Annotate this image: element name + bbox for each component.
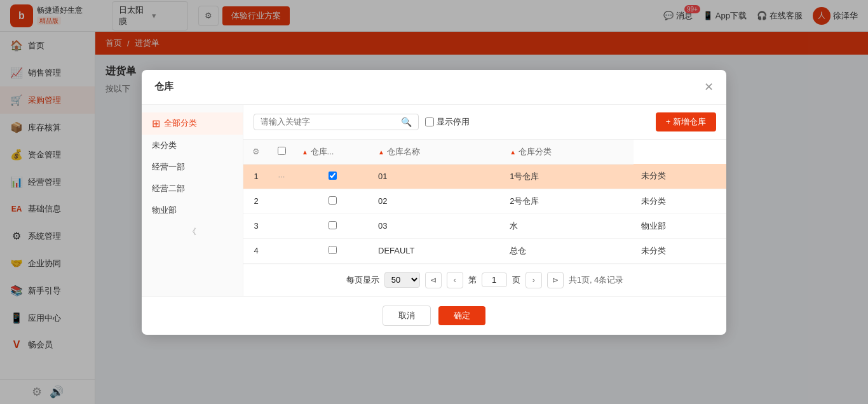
modal-title: 仓库 bbox=[154, 81, 173, 93]
page-input[interactable] bbox=[482, 273, 507, 287]
row-num bbox=[294, 238, 370, 263]
row-more[interactable] bbox=[269, 189, 294, 213]
table-row[interactable]: 2 02 2号仓库 未分类 bbox=[243, 189, 726, 213]
page-size-select[interactable]: 50 20 100 bbox=[384, 272, 420, 288]
modal-toolbar: 🔍 显示停用 + 新增仓库 bbox=[243, 105, 726, 140]
table-row[interactable]: 3 03 水 物业部 bbox=[243, 213, 726, 238]
row-more[interactable]: ··· bbox=[269, 164, 294, 189]
modal-sidebar-property[interactable]: 物业部 bbox=[142, 199, 243, 221]
row-code: 01 bbox=[370, 164, 502, 189]
select-all-checkbox[interactable] bbox=[278, 147, 286, 155]
modal-sidebar-uncategorized[interactable]: 未分类 bbox=[142, 135, 243, 156]
row-num bbox=[294, 189, 370, 213]
confirm-button[interactable]: 确定 bbox=[438, 306, 485, 325]
chevron-left-icon: 《 bbox=[188, 226, 196, 238]
row-category: 未分类 bbox=[634, 238, 726, 263]
col-category: ▲ 仓库分类 bbox=[502, 140, 634, 165]
row-code: DEFAULT bbox=[370, 238, 502, 263]
col-name: ▲ 仓库名称 bbox=[370, 140, 502, 165]
row-number: 3 bbox=[243, 213, 269, 238]
row-code: 03 bbox=[370, 213, 502, 238]
col-code: ▲ 仓库... bbox=[294, 140, 370, 165]
row-name: 水 bbox=[502, 213, 634, 238]
page-last-button[interactable]: ⊳ bbox=[547, 272, 564, 288]
row-name: 1号仓库 bbox=[502, 164, 634, 189]
modal-close-button[interactable]: ✕ bbox=[704, 80, 714, 94]
modal-sidebar-dept2[interactable]: 经营二部 bbox=[142, 178, 243, 199]
sort-icon-category: ▲ bbox=[510, 149, 516, 156]
table-row[interactable]: 4 DEFAULT 总仓 未分类 bbox=[243, 238, 726, 263]
row-name: 总仓 bbox=[502, 238, 634, 263]
modal-sidebar: ⊞ 全部分类 未分类 经营一部 经营二部 物业部 《 bbox=[142, 105, 243, 296]
modal-main: 🔍 显示停用 + 新增仓库 ⚙ bbox=[243, 105, 726, 296]
add-warehouse-button[interactable]: + 新增仓库 bbox=[656, 112, 716, 131]
table-header: ⚙ ▲ 仓库... ▲ 仓库名称 ▲ 仓库分类 bbox=[243, 140, 726, 165]
search-input-wrap: 🔍 bbox=[254, 114, 419, 130]
col-gear: ⚙ bbox=[243, 140, 269, 165]
page-prev-button[interactable]: ‹ bbox=[447, 272, 463, 288]
row-checkbox[interactable] bbox=[329, 246, 337, 254]
sort-icon-name: ▲ bbox=[378, 149, 384, 156]
modal-sidebar-all-categories[interactable]: ⊞ 全部分类 bbox=[142, 112, 243, 135]
row-number: 1 bbox=[243, 164, 269, 189]
row-checkbox[interactable] bbox=[329, 196, 337, 205]
row-checkbox[interactable] bbox=[329, 172, 337, 180]
row-number: 4 bbox=[243, 238, 269, 263]
search-icon: 🔍 bbox=[401, 117, 412, 127]
row-category: 未分类 bbox=[634, 164, 726, 189]
table: ⚙ ▲ 仓库... ▲ 仓库名称 ▲ 仓库分类 1··· 01 1号仓库 未分类… bbox=[243, 140, 726, 264]
row-number: 2 bbox=[243, 189, 269, 213]
warehouse-modal: 仓库 ✕ ⊞ 全部分类 未分类 经营一部 经营二部 bbox=[142, 70, 726, 335]
table-row[interactable]: 1··· 01 1号仓库 未分类 bbox=[243, 164, 726, 189]
row-name: 2号仓库 bbox=[502, 189, 634, 213]
row-code: 02 bbox=[370, 189, 502, 213]
row-num bbox=[294, 213, 370, 238]
search-input[interactable] bbox=[261, 117, 401, 126]
cancel-button[interactable]: 取消 bbox=[383, 306, 431, 326]
col-checkbox bbox=[269, 140, 294, 165]
sort-icon: ▲ bbox=[302, 149, 308, 156]
page-first-button[interactable]: ⊲ bbox=[425, 272, 442, 288]
warehouse-table: ⚙ ▲ 仓库... ▲ 仓库名称 ▲ 仓库分类 1··· 01 1号仓库 未分类… bbox=[243, 140, 726, 264]
table-body: 1··· 01 1号仓库 未分类 2 02 2号仓库 未分类 3 03 水 物业… bbox=[243, 164, 726, 263]
show-disabled-checkbox[interactable] bbox=[425, 118, 434, 126]
modal-body: ⊞ 全部分类 未分类 经营一部 经营二部 物业部 《 bbox=[142, 105, 726, 296]
modal-overlay[interactable]: 仓库 ✕ ⊞ 全部分类 未分类 经营一部 经营二部 bbox=[0, 0, 868, 404]
modal-sidebar-collapse-button[interactable]: 《 bbox=[142, 221, 243, 243]
page-info: 共1页, 4条记录 bbox=[569, 274, 624, 286]
modal-footer: 取消 确定 bbox=[142, 296, 726, 335]
row-category: 未分类 bbox=[634, 189, 726, 213]
row-checkbox[interactable] bbox=[329, 221, 337, 229]
page-next-button[interactable]: › bbox=[526, 272, 542, 288]
row-category: 物业部 bbox=[634, 213, 726, 238]
modal-header: 仓库 ✕ bbox=[142, 70, 726, 105]
more-icon: ··· bbox=[278, 172, 285, 181]
grid-icon: ⊞ bbox=[152, 118, 160, 130]
show-disabled-wrap: 显示停用 bbox=[425, 116, 470, 128]
row-num bbox=[294, 164, 370, 189]
row-more[interactable] bbox=[269, 238, 294, 263]
modal-sidebar-dept1[interactable]: 经营一部 bbox=[142, 156, 243, 178]
pagination: 每页显示 50 20 100 ⊲ ‹ 第 页 › ⊳ 共1页, 4条记录 bbox=[243, 264, 726, 296]
row-more[interactable] bbox=[269, 213, 294, 238]
